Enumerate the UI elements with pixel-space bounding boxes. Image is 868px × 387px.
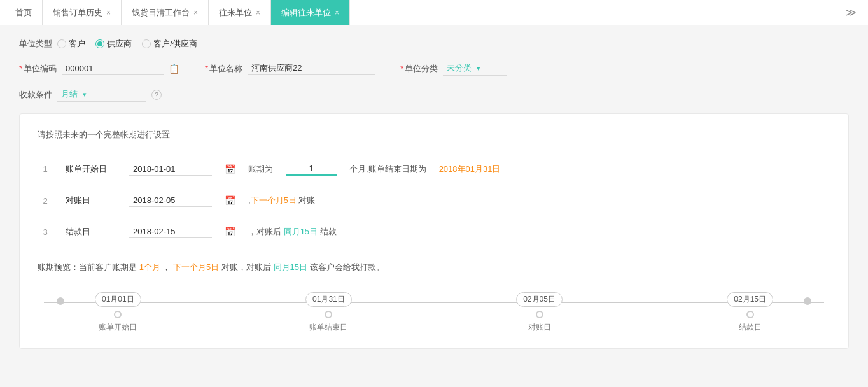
timeline-badge-2: 01月31日 bbox=[305, 292, 352, 307]
preview-prefix: 账期预览：当前客户账期是 bbox=[38, 262, 137, 272]
timeline-label-1: 账单开始日 bbox=[99, 322, 137, 333]
timeline-point-1: 01月01日 账单开始日 bbox=[95, 292, 141, 333]
row-2-date-input[interactable] bbox=[129, 194, 212, 207]
timeline-container: 01月01日 账单开始日 01月31日 账单结束日 02月05日 对账日 bbox=[50, 292, 818, 333]
tab-cash-workbench[interactable]: 钱货日清工作台 × bbox=[122, 0, 209, 25]
row-1-label: 账单开始日 bbox=[66, 164, 116, 175]
timeline-label-4: 结款日 bbox=[739, 322, 762, 333]
row-1-date-input[interactable] bbox=[129, 163, 212, 176]
radio-supplier-label: 供应商 bbox=[107, 38, 132, 50]
row-2-num: 2 bbox=[38, 196, 53, 206]
timeline-label-2: 账单结束日 bbox=[309, 322, 347, 333]
row-3-suffix: ，对账后 同月15日 结款 bbox=[248, 226, 337, 237]
tab-partner-units[interactable]: 往来单位 × bbox=[209, 0, 271, 25]
payment-terms-arrow bbox=[83, 90, 87, 99]
row-1-period-input[interactable] bbox=[286, 162, 337, 176]
unit-name-input[interactable] bbox=[248, 62, 375, 75]
row-2-suffix: ,下一个月5日 对账 bbox=[248, 195, 315, 206]
timeline-badge-4: 02月15日 bbox=[727, 292, 773, 307]
timeline-badge-1: 01月01日 bbox=[95, 292, 141, 307]
row-1-suffix-mid: 个月,账单结束日期为 bbox=[349, 164, 426, 175]
timeline-start-dot bbox=[57, 297, 64, 305]
row-3-date-input[interactable] bbox=[129, 225, 212, 238]
tab-home-label: 首页 bbox=[15, 7, 32, 18]
timeline-badge-3: 02月05日 bbox=[516, 292, 563, 307]
unit-code-icon[interactable]: 📋 bbox=[169, 64, 179, 74]
row-1-end-date: 2018年01月31日 bbox=[439, 164, 501, 175]
preview-mid1: ， bbox=[162, 262, 171, 272]
preview-part3: 同月15日 bbox=[274, 262, 307, 272]
tab-edit-partner-label: 编辑往来单位 bbox=[281, 7, 331, 18]
tab-edit-partner-close[interactable]: × bbox=[335, 8, 339, 17]
row-2-calendar-icon[interactable]: 📅 bbox=[225, 195, 235, 206]
timeline-label-3: 对账日 bbox=[528, 322, 551, 333]
timeline-dot-4 bbox=[746, 311, 754, 318]
timeline-dot-start bbox=[57, 297, 64, 305]
unit-name-field: *单位名称 bbox=[205, 62, 375, 75]
radio-customer-label: 客户 bbox=[69, 38, 85, 50]
payment-terms-label: 收款条件 bbox=[19, 89, 52, 101]
unit-category-field: *单位分类 未分类 bbox=[400, 61, 507, 76]
timeline-dot-3 bbox=[536, 311, 543, 318]
unit-category-arrow bbox=[477, 64, 480, 73]
setting-row-3: 3 结款日 📅 ，对账后 同月15日 结款 bbox=[38, 216, 830, 247]
tab-home[interactable]: 首页 bbox=[5, 0, 43, 25]
radio-group-unit-type: 客户 供应商 客户/供应商 bbox=[57, 38, 197, 50]
tab-sales-history-label: 销售订单历史 bbox=[53, 7, 102, 18]
tab-edit-partner[interactable]: 编辑往来单位 × bbox=[271, 0, 350, 25]
radio-both[interactable]: 客户/供应商 bbox=[142, 38, 197, 50]
tab-partner-units-close[interactable]: × bbox=[256, 8, 260, 17]
payment-terms-row: 收款条件 月结 ? bbox=[19, 87, 849, 102]
timeline-end-dot bbox=[804, 297, 811, 305]
timeline-point-4: 02月15日 结款日 bbox=[727, 292, 773, 333]
tab-sales-history[interactable]: 销售订单历史 × bbox=[43, 0, 122, 25]
radio-customer-circle bbox=[57, 39, 66, 48]
radio-supplier[interactable]: 供应商 bbox=[95, 38, 132, 50]
unit-info-row: *单位编码 📋 *单位名称 *单位分类 未分类 bbox=[19, 61, 849, 76]
setting-row-2: 2 对账日 📅 ,下一个月5日 对账 bbox=[38, 185, 830, 216]
preview-suffix: 该客户会给我打款。 bbox=[310, 262, 384, 272]
help-icon[interactable]: ? bbox=[151, 90, 162, 100]
setting-rows: 1 账单开始日 📅 账期为 个月,账单结束日期为 2018年01月31日 2 对… bbox=[38, 153, 830, 247]
timeline-dot-2 bbox=[325, 311, 332, 318]
unit-category-required: * bbox=[400, 64, 403, 73]
tab-cash-workbench-label: 钱货日清工作台 bbox=[132, 7, 190, 18]
unit-name-label: *单位名称 bbox=[205, 63, 242, 74]
timeline-point-3: 02月05日 对账日 bbox=[516, 292, 563, 333]
section-box: 请按照未来的一个完整帐期进行设置 1 账单开始日 📅 账期为 个月,账单结束日期… bbox=[19, 113, 849, 349]
preview-mid2: 对账，对账后 bbox=[221, 262, 271, 272]
tabs-bar: 首页 销售订单历史 × 钱货日清工作台 × 往来单位 × 编辑往来单位 × ≫ bbox=[0, 0, 868, 25]
row-1-num: 1 bbox=[38, 164, 53, 174]
unit-code-field: *单位编码 📋 bbox=[19, 62, 179, 75]
unit-category-value: 未分类 bbox=[447, 62, 472, 74]
page-content: 单位类型 客户 供应商 客户/供应商 *单位编码 bbox=[0, 25, 868, 387]
radio-customer[interactable]: 客户 bbox=[57, 38, 85, 50]
row-3-num: 3 bbox=[38, 227, 53, 237]
setting-row-1: 1 账单开始日 📅 账期为 个月,账单结束日期为 2018年01月31日 bbox=[38, 153, 830, 185]
preview-part2: 下一个月5日 bbox=[173, 262, 219, 272]
unit-category-label: *单位分类 bbox=[400, 63, 438, 74]
section-title: 请按照未来的一个完整帐期进行设置 bbox=[38, 129, 830, 141]
unit-type-label: 单位类型 bbox=[19, 38, 52, 50]
row-2-label: 对账日 bbox=[66, 195, 116, 206]
preview-text: 账期预览：当前客户账期是 1个月 ， 下一个月5日 对账，对账后 同月15日 该… bbox=[38, 260, 830, 274]
unit-category-select[interactable]: 未分类 bbox=[443, 61, 507, 76]
radio-both-circle bbox=[142, 39, 151, 48]
tab-cash-workbench-close[interactable]: × bbox=[193, 8, 198, 17]
unit-name-required: * bbox=[205, 64, 208, 73]
tab-expand-button[interactable]: ≫ bbox=[839, 6, 863, 18]
timeline-point-2: 01月31日 账单结束日 bbox=[305, 292, 352, 333]
tab-sales-history-close[interactable]: × bbox=[106, 8, 111, 17]
radio-supplier-circle bbox=[95, 39, 104, 48]
payment-terms-select[interactable]: 月结 bbox=[57, 87, 146, 102]
unit-type-row: 单位类型 客户 供应商 客户/供应商 bbox=[19, 38, 849, 50]
row-3-calendar-icon[interactable]: 📅 bbox=[225, 227, 235, 237]
timeline-dot-end bbox=[804, 297, 811, 305]
payment-terms-field: 收款条件 月结 ? bbox=[19, 87, 162, 102]
tab-partner-units-label: 往来单位 bbox=[219, 7, 252, 18]
preview-part1: 1个月 bbox=[139, 262, 160, 272]
timeline-dot-1 bbox=[114, 311, 122, 318]
unit-code-input[interactable] bbox=[62, 62, 164, 75]
row-1-calendar-icon[interactable]: 📅 bbox=[225, 164, 235, 174]
payment-terms-value: 月结 bbox=[61, 88, 78, 100]
